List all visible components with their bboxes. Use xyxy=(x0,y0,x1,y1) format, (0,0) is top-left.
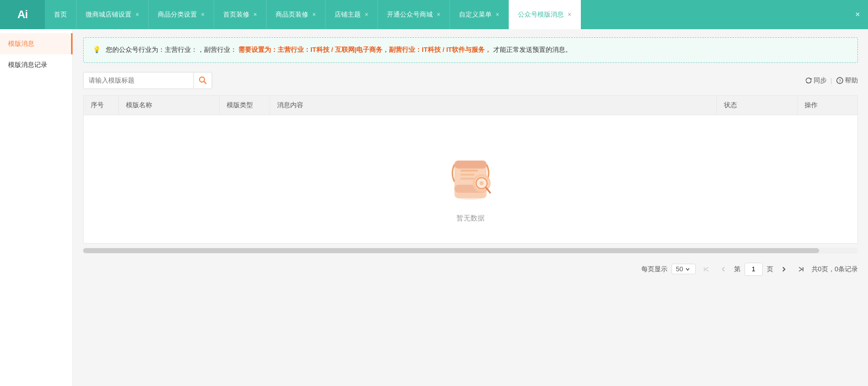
tab-shop-theme[interactable]: 店铺主题 × xyxy=(325,0,378,29)
empty-text: 暂无数据 xyxy=(456,214,485,223)
search-input[interactable] xyxy=(83,72,194,89)
per-page-value: 50 xyxy=(676,265,683,273)
last-page-icon xyxy=(798,266,804,272)
search-button[interactable] xyxy=(194,72,212,89)
page-input[interactable] xyxy=(745,263,763,276)
notice-highlight: 需要设置为：主营行业：IT科技 / 互联网|电子商务，副营行业：IT科技 / I… xyxy=(238,46,491,53)
first-page-button[interactable] xyxy=(700,263,713,276)
col-status: 状态 xyxy=(717,95,797,115)
sidebar-item-template-message-record[interactable]: 模版消息记录 xyxy=(0,54,73,75)
tab-open-mall-label: 开通公众号商城 xyxy=(387,10,433,19)
tab-shop-settings-label: 微商城店铺设置 xyxy=(86,10,131,19)
sidebar-item-template-message-label: 模版消息 xyxy=(8,40,34,47)
per-page-select[interactable]: 50 xyxy=(672,264,696,274)
help-label: 帮助 xyxy=(845,76,858,85)
svg-rect-6 xyxy=(454,161,487,169)
search-bar: 同步 | ? 帮助 xyxy=(83,72,858,89)
toolbar-right: 同步 | ? 帮助 xyxy=(805,76,858,85)
svg-line-1 xyxy=(204,82,206,84)
search-icon xyxy=(199,76,207,84)
svg-rect-9 xyxy=(460,174,475,176)
tab-product-category-label: 商品分类设置 xyxy=(158,10,197,19)
tab-product-decoration-label: 商品页装修 xyxy=(276,10,308,19)
app-logo: Ai xyxy=(0,0,45,29)
sidebar-item-template-message-record-label: 模版消息记录 xyxy=(8,61,47,68)
sync-label: 同步 xyxy=(814,76,827,85)
content-area: 💡 您的公众号行业为：主营行业：，副营行业： 需要设置为：主营行业：IT科技 /… xyxy=(73,29,868,386)
horizontal-scrollbar[interactable] xyxy=(83,248,858,254)
toolbar-divider: | xyxy=(831,76,832,84)
close-template-msg-icon[interactable]: × xyxy=(568,11,571,18)
tab-home-decoration-label: 首页装修 xyxy=(223,10,249,19)
sync-icon xyxy=(805,77,812,84)
close-product-category-icon[interactable]: × xyxy=(201,11,205,18)
close-custom-menu-icon[interactable]: × xyxy=(496,11,499,18)
page-label-suffix: 页 xyxy=(767,265,773,274)
empty-state: 暂无数据 xyxy=(84,115,857,243)
data-table: 序号 模版名称 模版类型 消息内容 状态 操作 xyxy=(83,95,858,244)
help-button[interactable]: ? 帮助 xyxy=(836,76,858,85)
close-all-button[interactable]: × xyxy=(855,10,860,19)
pagination: 每页显示 50 第 页 xyxy=(83,258,858,281)
help-icon: ? xyxy=(836,77,843,84)
first-page-icon xyxy=(703,266,709,272)
sync-button[interactable]: 同步 xyxy=(805,76,827,85)
svg-point-15 xyxy=(480,181,484,185)
chevron-down-icon xyxy=(685,267,690,272)
prev-page-icon xyxy=(721,267,726,272)
svg-rect-8 xyxy=(460,170,478,172)
sidebar-item-template-message[interactable]: 模版消息 xyxy=(0,33,73,54)
page-label-prefix: 第 xyxy=(734,265,741,274)
tab-custom-menu[interactable]: 自定义菜单 × xyxy=(450,0,509,29)
tab-home[interactable]: 首页 xyxy=(45,0,77,29)
empty-illustration xyxy=(440,145,501,206)
close-shop-theme-icon[interactable]: × xyxy=(365,11,368,18)
tab-custom-menu-label: 自定义菜单 xyxy=(459,10,492,19)
notice-box: 💡 您的公众号行业为：主营行业：，副营行业： 需要设置为：主营行业：IT科技 /… xyxy=(83,37,858,63)
tab-template-msg-label: 公众号模版消息 xyxy=(518,10,564,19)
prev-page-button[interactable] xyxy=(717,263,730,276)
close-open-mall-icon[interactable]: × xyxy=(437,11,440,18)
tab-home-label: 首页 xyxy=(54,10,67,19)
tab-home-decoration[interactable]: 首页装修 × xyxy=(214,0,266,29)
notice-text-suffix: 才能正常发送预置的消息。 xyxy=(493,46,572,53)
main-layout: 模版消息 模版消息记录 💡 您的公众号行业为：主营行业：，副营行业： 需要设置为… xyxy=(0,29,868,386)
per-page-label: 每页显示 xyxy=(641,265,667,274)
close-home-decoration-icon[interactable]: × xyxy=(253,11,257,18)
tab-shop-settings[interactable]: 微商城店铺设置 × xyxy=(77,0,149,29)
sidebar: 模版消息 模版消息记录 xyxy=(0,29,73,386)
close-product-decoration-icon[interactable]: × xyxy=(312,11,316,18)
table-header-row: 序号 模版名称 模版类型 消息内容 状态 操作 xyxy=(84,95,858,115)
tab-shop-theme-label: 店铺主题 xyxy=(335,10,361,19)
col-type: 模版类型 xyxy=(220,95,270,115)
tab-template-msg[interactable]: 公众号模版消息 × xyxy=(509,0,581,29)
close-shop-settings-icon[interactable]: × xyxy=(136,11,139,18)
col-content: 消息内容 xyxy=(270,95,717,115)
last-page-button[interactable] xyxy=(794,263,808,276)
col-index: 序号 xyxy=(84,95,119,115)
pagination-total: 共0页，0条记录 xyxy=(812,265,858,274)
scrollbar-thumb xyxy=(83,248,819,253)
empty-row: 暂无数据 xyxy=(84,115,858,243)
tab-product-category[interactable]: 商品分类设置 × xyxy=(149,0,214,29)
col-name: 模版名称 xyxy=(119,95,220,115)
next-page-button[interactable] xyxy=(777,263,790,276)
next-page-icon xyxy=(781,267,786,272)
notice-icon: 💡 xyxy=(93,46,101,53)
notice-text-prefix: 您的公众号行业为：主营行业：，副营行业： xyxy=(106,46,237,53)
tab-open-mall[interactable]: 开通公众号商城 × xyxy=(378,0,450,29)
svg-text:?: ? xyxy=(838,79,841,84)
col-action: 操作 xyxy=(797,95,858,115)
tab-product-decoration[interactable]: 商品页装修 × xyxy=(266,0,325,29)
topbar: Ai 首页 微商城店铺设置 × 商品分类设置 × 首页装修 × 商品页装修 × … xyxy=(0,0,868,29)
